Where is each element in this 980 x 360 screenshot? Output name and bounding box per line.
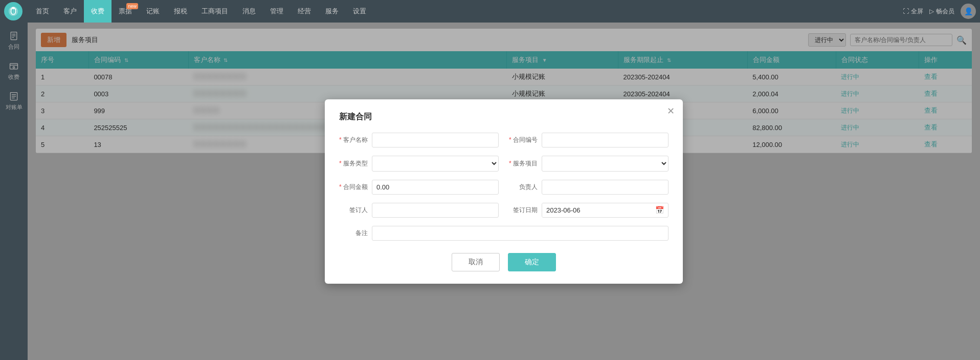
- contract-amount-label: 合同金额: [339, 183, 368, 192]
- service-item-label: 服务项目: [509, 159, 538, 168]
- new-contract-dialog: 新建合同 ✕ 客户名称 合同编号 服务类型: [325, 99, 683, 284]
- responsible-input[interactable]: [542, 180, 669, 195]
- nav-right: ⛶ 全屏 ▷ 畅会员 👤: [903, 4, 976, 19]
- contract-number-input[interactable]: [542, 133, 669, 147]
- form-row-2: 服务类型 服务项目: [339, 156, 669, 172]
- content-area: 新增 服务项目 进行中 已完成 已终止 🔍 序号 合同编: [28, 23, 980, 360]
- main-layout: 合同 收费 对账单 新增 服务项目: [0, 23, 980, 360]
- service-type-label: 服务类型: [339, 159, 368, 168]
- sidebar-item-statement[interactable]: 对账单: [1, 87, 27, 115]
- signer-field: 签订人: [339, 203, 499, 218]
- top-nav: 首页 客户 收费 票据 new 记账 报税 工商项目 消息 管理 经营 服务 设…: [0, 0, 980, 23]
- contract-amount-field: 合同金额: [339, 180, 499, 195]
- nav-customer[interactable]: 客户: [56, 0, 84, 23]
- service-type-select[interactable]: [372, 156, 499, 172]
- nav-settings[interactable]: 设置: [346, 0, 373, 23]
- nav-items: 首页 客户 收费 票据 new 记账 报税 工商项目 消息 管理 经营 服务 设…: [29, 0, 903, 23]
- form-row-5: 备注: [339, 226, 669, 241]
- nav-service[interactable]: 服务: [318, 0, 346, 23]
- sign-date-label: 签订日期: [509, 206, 538, 215]
- avatar[interactable]: 👤: [961, 4, 976, 19]
- sidebar: 合同 收费 对账单: [0, 23, 28, 360]
- sidebar-item-fee[interactable]: 收费: [1, 57, 27, 85]
- calendar-icon[interactable]: 📅: [651, 206, 668, 214]
- confirm-button[interactable]: 确定: [508, 253, 556, 271]
- sidebar-item-contract[interactable]: 合同: [1, 27, 27, 55]
- remark-field: 备注: [339, 226, 669, 241]
- dialog-close-button[interactable]: ✕: [667, 105, 675, 117]
- responsible-label: 负责人: [509, 183, 538, 192]
- form-row-3: 合同金额 负责人: [339, 180, 669, 195]
- customer-name-field: 客户名称: [339, 133, 499, 147]
- nav-manage[interactable]: 管理: [263, 0, 291, 23]
- form-row-1: 客户名称 合同编号: [339, 133, 669, 147]
- sign-date-field: 签订日期 📅: [509, 203, 669, 218]
- member-button[interactable]: ▷ 畅会员: [929, 7, 954, 16]
- nav-message[interactable]: 消息: [235, 0, 263, 23]
- sign-date-input[interactable]: [542, 203, 651, 217]
- signer-input[interactable]: [372, 203, 499, 218]
- remark-label: 备注: [339, 229, 368, 238]
- contract-amount-input[interactable]: [372, 180, 499, 195]
- responsible-field: 负责人: [509, 180, 669, 195]
- logo: [4, 2, 23, 20]
- contract-number-label: 合同编号: [509, 136, 538, 144]
- remark-input[interactable]: [372, 226, 669, 241]
- service-item-field: 服务项目: [509, 156, 669, 172]
- nav-bill[interactable]: 票据 new: [112, 0, 139, 23]
- form-row-4: 签订人 签订日期 📅: [339, 203, 669, 218]
- new-badge: new: [126, 3, 138, 9]
- signer-label: 签订人: [339, 206, 368, 215]
- nav-fee[interactable]: 收费: [84, 0, 112, 23]
- service-type-field: 服务类型: [339, 156, 499, 172]
- fullscreen-button[interactable]: ⛶ 全屏: [903, 7, 923, 16]
- nav-home[interactable]: 首页: [29, 0, 56, 23]
- customer-name-input[interactable]: [372, 133, 499, 147]
- customer-name-label: 客户名称: [339, 136, 368, 144]
- dialog-title: 新建合同: [339, 112, 669, 122]
- sign-date-wrap: 📅: [542, 203, 669, 218]
- svg-point-7: [13, 67, 14, 68]
- cancel-button[interactable]: 取消: [452, 253, 500, 271]
- service-item-select[interactable]: [542, 156, 669, 172]
- dialog-footer: 取消 确定: [339, 253, 669, 271]
- nav-business[interactable]: 工商项目: [194, 0, 235, 23]
- contract-number-field: 合同编号: [509, 133, 669, 147]
- dialog-overlay: 新建合同 ✕ 客户名称 合同编号 服务类型: [28, 23, 980, 360]
- nav-tax[interactable]: 报税: [167, 0, 194, 23]
- nav-accounting[interactable]: 记账: [139, 0, 167, 23]
- nav-operation[interactable]: 经营: [291, 0, 318, 23]
